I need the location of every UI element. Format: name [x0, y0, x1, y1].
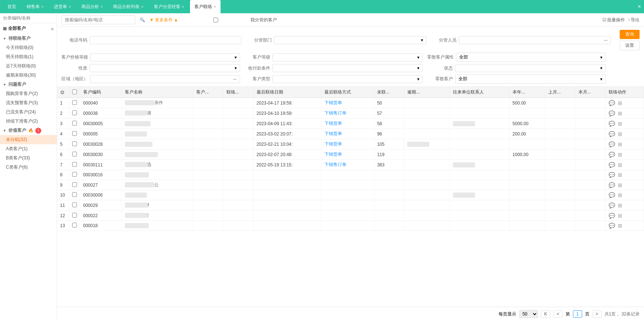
grid-action-icon[interactable]: ⊞ [618, 172, 622, 178]
region-select[interactable]: ··· [90, 75, 240, 83]
last-method-link[interactable]: 下销售订单 [324, 110, 346, 116]
grid-action-icon[interactable]: ⊞ [618, 182, 622, 188]
nav-customer-contact-close[interactable]: × [214, 4, 216, 9]
next-page-btn[interactable]: > [592, 310, 602, 318]
search-icon[interactable]: 🔍 [140, 17, 145, 22]
grid-action-icon[interactable]: ⊞ [618, 110, 622, 116]
settings-icon[interactable]: ⚙ [60, 89, 65, 95]
last-method-link[interactable]: 下销货单 [324, 131, 342, 136]
grid-action-icon[interactable]: ⊞ [618, 213, 622, 219]
chat-icon[interactable]: 💬 [609, 172, 615, 178]
customer-type-select[interactable]: ▾ [272, 75, 423, 83]
sidebar-item-hoarding[interactable]: 囤购异常客户(2) [0, 89, 57, 98]
search-input[interactable] [61, 15, 135, 24]
grid-action-icon[interactable]: ⊞ [618, 202, 622, 208]
grid-action-icon[interactable]: ⊞ [618, 121, 622, 127]
my-customers-checkbox[interactable]: 我分管的客户 [183, 17, 277, 23]
row-checkbox[interactable] [72, 110, 77, 115]
row-checkbox[interactable] [72, 152, 77, 156]
query-button[interactable]: 查询 [620, 30, 640, 39]
nav-sales-close[interactable]: × [41, 4, 43, 9]
status-select[interactable]: ▾ [455, 64, 606, 72]
sidebar-item-ungrouped[interactable]: 未分组(32) [0, 135, 57, 144]
customer-level-select[interactable]: ▾ [272, 53, 423, 61]
nav-customer-segment[interactable]: 客户分层经客 × [149, 0, 189, 13]
grid-action-icon[interactable]: ⊞ [618, 162, 622, 168]
select-all-checkbox[interactable] [72, 89, 77, 94]
last-method-link[interactable]: 下销货单 [324, 141, 342, 147]
sidebar-item-c-class[interactable]: C类客户(6) [0, 163, 57, 172]
chat-icon[interactable]: 💬 [609, 162, 615, 168]
problem-triangle[interactable] [3, 82, 6, 87]
last-method-link[interactable]: 下销货单 [324, 121, 342, 126]
last-method-link[interactable]: 下销售订单 [324, 162, 346, 167]
dept-select[interactable]: ▾ [274, 36, 426, 44]
row-checkbox[interactable] [72, 202, 77, 207]
chat-icon[interactable]: 💬 [609, 202, 615, 208]
grid-action-icon[interactable]: ⊞ [618, 223, 622, 229]
nav-product-analysis[interactable]: 商品分析 × [77, 0, 107, 13]
prev-page-btn[interactable]: < [553, 310, 563, 318]
row-checkbox[interactable] [72, 100, 77, 105]
payment-select[interactable]: ▾ [272, 64, 423, 72]
chat-icon[interactable]: 💬 [609, 223, 615, 229]
row-checkbox[interactable] [72, 172, 77, 177]
last-method-link[interactable]: 下销货单 [324, 152, 342, 157]
sidebar-item-overdue[interactable]: 逾期未联络(30) [0, 71, 57, 80]
nature-select[interactable]: ▾ [89, 64, 240, 72]
value-triangle[interactable] [3, 128, 6, 133]
window-close-button[interactable]: × [638, 3, 641, 10]
chat-icon[interactable]: 💬 [609, 141, 615, 147]
sidebar-search-input[interactable] [3, 15, 57, 21]
nav-product-list-close[interactable]: × [141, 4, 143, 9]
chat-icon[interactable]: 💬 [609, 192, 615, 198]
chat-icon[interactable]: 💬 [609, 131, 615, 137]
grid-action-icon[interactable]: ⊞ [618, 100, 622, 106]
chat-icon[interactable]: 💬 [609, 182, 615, 188]
sidebar-item-declining[interactable]: 持续下滑客户(2) [0, 117, 57, 126]
sidebar-item-tomorrow[interactable]: 明天待联络(1) [0, 52, 57, 61]
sidebar-item-churn-warning[interactable]: 流失预警客户(3) [0, 98, 57, 107]
sidebar-item-churned[interactable]: 已流失客户(24) [0, 107, 57, 117]
grid-action-icon[interactable]: ⊞ [618, 192, 622, 198]
chat-icon[interactable]: 💬 [609, 110, 615, 116]
manager-select[interactable]: ··· [459, 36, 611, 44]
current-page[interactable]: 1 [573, 310, 582, 318]
row-checkbox[interactable] [72, 131, 77, 136]
grid-action-icon[interactable]: ⊞ [618, 131, 622, 137]
nav-product-list[interactable]: 商品分析列表 × [109, 0, 148, 13]
row-checkbox[interactable] [72, 223, 77, 227]
my-customers-check[interactable] [183, 18, 249, 22]
batch-operation-btn[interactable]: ☑ 批量操作 [602, 17, 625, 23]
row-checkbox[interactable] [72, 141, 77, 146]
row-checkbox[interactable] [72, 213, 77, 218]
page-size-select[interactable]: 50 100 [519, 310, 538, 318]
more-conditions-btn[interactable]: ▼ 更多条件 ▲ [149, 17, 178, 23]
chat-icon[interactable]: 💬 [609, 152, 615, 158]
sidebar-item-a-class[interactable]: A类客户(1) [0, 144, 57, 154]
nav-purchase-close[interactable]: × [68, 4, 71, 9]
scatter-attr-select[interactable]: 全部▾ [456, 53, 606, 62]
row-checkbox[interactable] [72, 192, 77, 197]
row-checkbox[interactable] [72, 162, 77, 167]
nav-sales[interactable]: 销售单 × [22, 0, 48, 13]
row-checkbox[interactable] [72, 121, 77, 126]
sidebar-item-today[interactable]: 今天待联络(0) [0, 43, 57, 52]
export-btn[interactable]: ↑ 导出 [628, 17, 640, 23]
nav-customer-contact[interactable]: 客户联络 × [190, 0, 220, 13]
chat-icon[interactable]: 💬 [609, 213, 615, 219]
pending-triangle[interactable] [3, 36, 6, 41]
phone-input[interactable] [89, 36, 242, 44]
nav-product-analysis-close[interactable]: × [101, 4, 103, 9]
sidebar-item-b-class[interactable]: B类客户(33) [0, 154, 57, 163]
grid-action-icon[interactable]: ⊞ [618, 141, 622, 147]
nav-customer-segment-close[interactable]: × [182, 4, 184, 9]
last-method-link[interactable]: 下销货单 [324, 100, 342, 105]
reset-button[interactable]: 设置 [620, 40, 640, 50]
nav-purchase[interactable]: 进货单 × [49, 0, 75, 13]
sidebar-collapse-icon[interactable]: « [51, 26, 54, 32]
scatter-customer-select[interactable]: 全部▾ [455, 74, 606, 84]
chat-icon[interactable]: 💬 [609, 121, 615, 127]
grid-action-icon[interactable]: ⊞ [618, 152, 622, 158]
nav-home[interactable]: 首页 [3, 0, 21, 13]
